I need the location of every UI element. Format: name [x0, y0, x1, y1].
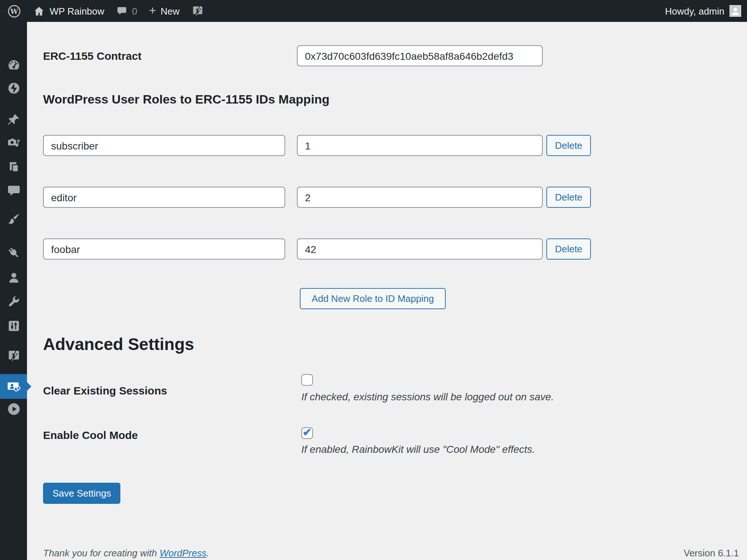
home-icon — [33, 5, 45, 17]
contract-field-label: ERC-1155 Contract — [43, 50, 142, 62]
cool-mode-checkbox[interactable]: ✔ — [301, 427, 313, 439]
cool-mode-help: If enabled, RainbowKit will use "Cool Mo… — [301, 443, 535, 455]
wordpress-admin-page: W WP Rainbow 0 + New — [0, 0, 747, 560]
footer-thanks: Thank you for creating with WordPress. — [43, 548, 209, 559]
my-account-menu[interactable]: Howdy, admin — [665, 0, 747, 22]
sidebar-item-plugins[interactable] — [0, 241, 27, 265]
clear-sessions-label: Clear Existing Sessions — [43, 384, 167, 397]
role-input[interactable] — [43, 187, 285, 208]
site-menu[interactable]: WP Rainbow — [27, 0, 110, 22]
advanced-settings-heading: Advanced Settings — [43, 335, 194, 354]
admin-bar: W WP Rainbow 0 + New — [0, 0, 747, 22]
delete-row-button[interactable]: Delete — [546, 238, 591, 260]
cool-mode-label: Enable Cool Mode — [43, 429, 138, 441]
clear-sessions-help: If checked, existing sessions will be lo… — [301, 391, 554, 402]
comments-menu[interactable]: 0 — [110, 0, 143, 22]
sidebar-item-posts[interactable] — [0, 107, 27, 132]
comments-count: 0 — [132, 5, 137, 16]
sidebar-item-users[interactable] — [0, 265, 27, 290]
footer-thanks-suffix: . — [206, 548, 209, 559]
role-input[interactable] — [43, 135, 285, 156]
add-mapping-button[interactable]: Add New Role to ID Mapping — [300, 288, 446, 309]
wordpress-logo-menu[interactable]: W — [0, 0, 27, 22]
sidebar-item-yoast-seo[interactable]: y — [0, 343, 27, 368]
yoast-icon: y — [191, 4, 204, 18]
footer-thanks-prefix: Thank you for creating with — [43, 548, 159, 559]
clear-sessions-checkbox[interactable]: ✔ — [301, 374, 313, 386]
role-id-input[interactable] — [297, 187, 543, 208]
wordpress-logo-icon: W — [7, 4, 21, 18]
save-settings-button[interactable]: Save Settings — [43, 483, 120, 504]
sidebar-item-jetpack[interactable] — [0, 76, 27, 101]
role-id-input[interactable] — [297, 238, 543, 260]
new-label: New — [160, 5, 179, 16]
sidebar-item-tools[interactable] — [0, 289, 27, 314]
mapping-section-heading: WordPress User Roles to ERC-1155 IDs Map… — [43, 93, 329, 107]
howdy-text: Howdy, admin — [665, 5, 724, 16]
delete-row-button[interactable]: Delete — [546, 187, 591, 208]
sidebar-item-comments[interactable] — [0, 178, 27, 203]
footer-version: Version 6.1.1 — [684, 548, 739, 559]
wordpress-link[interactable]: WordPress — [159, 548, 206, 559]
sidebar-item-pages[interactable] — [0, 155, 27, 179]
sidebar-item-settings[interactable] — [0, 314, 27, 338]
new-content-menu[interactable]: + New — [143, 0, 185, 22]
sidebar-item-videos[interactable] — [0, 397, 27, 421]
plus-icon: + — [149, 4, 156, 16]
role-input[interactable] — [43, 238, 285, 260]
sidebar-item-appearance[interactable] — [0, 206, 27, 231]
svg-text:W: W — [10, 7, 18, 15]
yoast-admin-bar-menu[interactable]: y — [185, 0, 210, 22]
sidebar-item-wp-rainbow[interactable] — [0, 374, 27, 399]
role-id-input[interactable] — [297, 135, 543, 156]
active-menu-arrow-icon — [27, 382, 31, 391]
contract-address-input[interactable] — [297, 45, 543, 66]
checkmark-icon: ✔ — [302, 427, 311, 438]
avatar — [729, 5, 741, 17]
delete-row-button[interactable]: Delete — [546, 135, 591, 156]
sidebar-item-dashboard[interactable] — [0, 52, 27, 77]
site-name: WP Rainbow — [50, 5, 104, 16]
sidebar-item-media[interactable] — [0, 131, 27, 155]
comments-bubble-icon — [116, 5, 128, 17]
admin-menu-sidebar: y — [0, 22, 27, 560]
